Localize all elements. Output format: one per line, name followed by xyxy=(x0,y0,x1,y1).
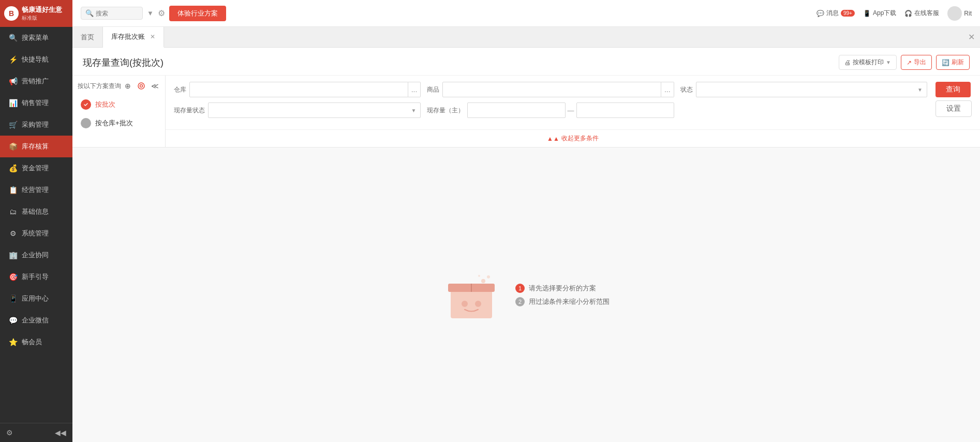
refresh-button[interactable]: 🔄 刷新 xyxy=(936,55,970,70)
product-dots-button[interactable]: ... xyxy=(661,82,674,97)
inventory-status-chevron-icon: ▼ xyxy=(411,108,416,113)
sidebar-item-label-search: 搜索菜单 xyxy=(22,33,49,42)
inventory-qty-separator: — xyxy=(568,107,574,114)
topbar: 🔍 ▼ ⚙ 体验行业方案 💬 消息 99+ 📱 App下载 🎧 在线客服 xyxy=(72,0,980,27)
warehouse-input[interactable] xyxy=(189,82,408,97)
sidebar-item-operations[interactable]: 📋 经营管理 xyxy=(0,179,72,201)
print-dropdown-icon[interactable]: ▼ xyxy=(886,60,891,65)
scheme-warehouse-batch-label: 按仓库+批次 xyxy=(95,119,133,128)
user-profile-button[interactable]: Rit xyxy=(947,6,972,21)
topbar-search-box[interactable]: 🔍 xyxy=(81,7,143,20)
sidebar-item-apps[interactable]: 📱 应用中心 xyxy=(0,288,72,310)
refresh-icon: 🔄 xyxy=(942,59,949,66)
tab-home[interactable]: 首页 xyxy=(72,27,103,47)
scheme-item-batch[interactable]: 按批次 xyxy=(78,95,160,114)
sidebar-item-purchase[interactable]: 🛒 采购管理 xyxy=(0,114,72,136)
product-input[interactable] xyxy=(442,82,661,97)
warehouse-label: 仓库 xyxy=(174,85,186,94)
print-template-button[interactable]: 🖨 按模板打印 ▼ xyxy=(839,55,897,70)
empty-state: 1 请先选择要分析的方案 2 用过滤条件来缩小分析范围 xyxy=(72,148,980,442)
product-label: 商品 xyxy=(427,85,439,94)
app-subtitle: 标准版 xyxy=(22,14,62,21)
empty-illustration xyxy=(443,267,500,323)
system-icon: ⚙ xyxy=(8,229,18,238)
operations-icon: 📋 xyxy=(8,185,18,195)
close-panel-button[interactable]: ✕ xyxy=(963,27,980,47)
topbar-right: 💬 消息 99+ 📱 App下载 🎧 在线客服 Rit xyxy=(816,6,972,21)
tab-close-icon[interactable]: ✕ xyxy=(150,33,155,40)
empty-state-content: 1 请先选择要分析的方案 2 用过滤条件来缩小分析范围 xyxy=(443,267,610,323)
empty-box-svg xyxy=(443,267,500,323)
user-avatar xyxy=(947,6,962,21)
sidebar-item-search[interactable]: 🔍 搜索菜单 xyxy=(0,27,72,49)
inventory-qty-min-input[interactable] xyxy=(467,102,565,118)
collapse-label: 收起更多条件 xyxy=(561,134,599,143)
app-download-button[interactable]: 📱 App下载 xyxy=(863,9,896,18)
export-button[interactable]: ↗ 导出 xyxy=(901,55,932,70)
hint-2-text: 用过滤条件来缩小分析范围 xyxy=(529,297,610,306)
tab-inventory-batch[interactable]: 库存批次账 ✕ xyxy=(103,27,164,48)
collapse-scheme-icon[interactable]: ≪ xyxy=(150,81,160,91)
export-label: 导出 xyxy=(914,58,926,67)
scheme-settings-icon[interactable] xyxy=(136,81,146,91)
sidebar-item-wechat[interactable]: 💬 企业微信 xyxy=(0,310,72,331)
sidebar-item-label-quicknav: 快捷导航 xyxy=(22,55,49,64)
collapse-more-conditions[interactable]: ▲▲ 收起更多条件 xyxy=(166,129,980,147)
query-button[interactable]: 查询 xyxy=(936,82,971,97)
settings-icon[interactable]: ⚙ xyxy=(6,429,13,437)
messages-icon: 💬 xyxy=(816,10,824,17)
inventory-qty-max-input[interactable] xyxy=(576,102,674,118)
sidebar-item-system[interactable]: ⚙ 系统管理 xyxy=(0,223,72,244)
svg-rect-4 xyxy=(451,290,492,318)
experience-industry-button[interactable]: 体验行业方案 xyxy=(169,6,226,21)
topbar-search-icon: 🔍 xyxy=(85,9,94,17)
sidebar-nav: 🔍 搜索菜单 ⚡ 快捷导航 📢 营销推广 📊 销售管理 🛒 采购管理 📦 库存核… xyxy=(0,27,72,423)
scheme-batch-label: 按批次 xyxy=(95,100,115,109)
inventory-status-label: 现存量状态 xyxy=(174,106,205,115)
page-title: 现存量查询(按批次) xyxy=(83,56,164,69)
settings-button[interactable]: 设置 xyxy=(936,100,972,117)
topbar-dropdown-icon[interactable]: ▼ xyxy=(147,9,154,17)
topbar-settings-icon[interactable]: ⚙ xyxy=(158,8,165,18)
messages-button[interactable]: 💬 消息 99+ xyxy=(816,9,855,18)
sidebar-item-enterprise[interactable]: 🏢 企业协同 xyxy=(0,244,72,266)
step-1-num: 1 xyxy=(515,284,525,293)
status-dropdown[interactable]: ▼ xyxy=(696,82,927,97)
topbar-search-input[interactable] xyxy=(96,10,137,17)
svg-point-1 xyxy=(140,85,143,87)
empty-hint-1: 1 请先选择要分析的方案 xyxy=(515,284,610,293)
sidebar-item-marketing[interactable]: 📢 营销推广 xyxy=(0,70,72,92)
product-dots-icon: ... xyxy=(664,85,671,94)
scheme-warehouse-batch-icon xyxy=(81,118,91,128)
close-icon: ✕ xyxy=(968,32,975,42)
warehouse-dots-button[interactable]: ... xyxy=(408,82,421,97)
tabbar: 首页 库存批次账 ✕ ✕ xyxy=(72,27,980,48)
hint-1-text: 请先选择要分析的方案 xyxy=(529,284,596,293)
sidebar-item-label-wechat: 企业微信 xyxy=(22,316,49,325)
sidebar-item-finance[interactable]: 💰 资金管理 xyxy=(0,157,72,179)
collapse-sidebar-icon[interactable]: ◀◀ xyxy=(55,429,66,437)
sidebar-item-label-purchase: 采购管理 xyxy=(22,120,49,129)
status-filter-field: 状态 ▼ xyxy=(680,82,927,97)
sidebar-item-base[interactable]: 🗂 基础信息 xyxy=(0,201,72,223)
inventory-status-dropdown[interactable]: ▼ xyxy=(208,102,421,118)
sidebar-footer: ⚙ ◀◀ xyxy=(0,423,72,442)
product-filter-field: 商品 ... xyxy=(427,82,674,97)
sidebar-item-member[interactable]: ⭐ 畅会员 xyxy=(0,331,72,353)
inventory-qty-label: 现存量（主） xyxy=(427,106,464,115)
sidebar-item-inventory[interactable]: 📦 库存核算 xyxy=(0,136,72,157)
add-scheme-icon[interactable]: ⊕ xyxy=(123,81,133,91)
filter-row-1: 仓库 ... 商品 ... xyxy=(174,82,927,97)
sidebar-item-label-marketing: 营销推广 xyxy=(22,77,49,86)
print-icon: 🖨 xyxy=(844,59,851,66)
sidebar-item-quicknav[interactable]: ⚡ 快捷导航 xyxy=(0,49,72,70)
sidebar-item-newbie[interactable]: 🎯 新手引导 xyxy=(0,266,72,288)
empty-text-block: 1 请先选择要分析的方案 2 用过滤条件来缩小分析范围 xyxy=(515,284,610,306)
user-name: Rit xyxy=(964,10,972,17)
online-service-button[interactable]: 🎧 在线客服 xyxy=(904,9,939,18)
scheme-item-warehouse-batch[interactable]: 按仓库+批次 xyxy=(78,114,160,132)
filter-fields: 仓库 ... 商品 ... xyxy=(166,76,936,129)
sidebar-item-sales[interactable]: 📊 销售管理 xyxy=(0,92,72,114)
filter-container: 按以下方案查询 ⊕ ≪ xyxy=(72,76,980,148)
inventory-status-field: 现存量状态 ▼ xyxy=(174,102,421,118)
